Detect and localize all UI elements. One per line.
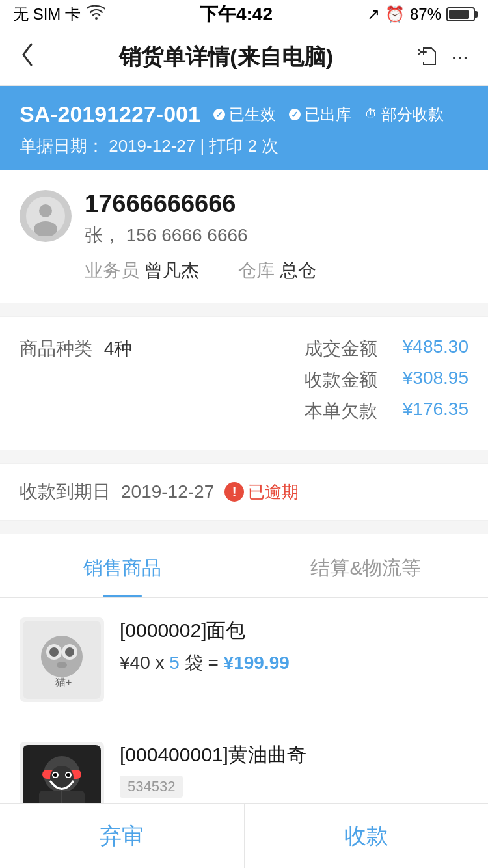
received-label: 收款金额 bbox=[305, 368, 377, 392]
warehouse-name: 总仓 bbox=[280, 260, 316, 280]
svg-point-18 bbox=[66, 773, 70, 777]
deal-amount-value: ¥485.30 bbox=[390, 336, 468, 361]
overdue-badge: ! 已逾期 bbox=[224, 481, 299, 504]
type-label: 商品种类 bbox=[20, 338, 92, 359]
owed-amount-row: 本单欠款 ¥176.35 bbox=[305, 399, 468, 424]
carrier-text: 无 SIM 卡 bbox=[13, 4, 81, 25]
order-header: SA-20191227-001 ✓ 已生效 ✓ 已出库 ⏱ 部分收款 单据日期：… bbox=[0, 86, 488, 170]
nav-left bbox=[20, 42, 35, 73]
collect-payment-button[interactable]: 收款 bbox=[245, 804, 489, 868]
bottom-bar: 弃审 收款 bbox=[0, 803, 488, 868]
badge-shipped-label: 已出库 bbox=[305, 104, 351, 125]
svg-point-9 bbox=[57, 662, 67, 668]
due-section: 收款到期日 2019-12-27 ! 已逾期 bbox=[0, 463, 488, 521]
battery-icon bbox=[446, 7, 475, 21]
tab-products-label: 销售商品 bbox=[83, 557, 161, 578]
product-type-info: 商品种类 4种 bbox=[20, 336, 132, 361]
sales-label: 业务员 bbox=[85, 260, 139, 280]
svg-point-8 bbox=[65, 647, 74, 657]
order-id: SA-20191227-001 bbox=[20, 102, 200, 127]
svg-point-7 bbox=[49, 647, 59, 657]
owed-value: ¥176.35 bbox=[390, 399, 468, 424]
price-x-1: x bbox=[156, 653, 170, 673]
summary-section: 商品种类 4种 成交金额 ¥485.30 收款金额 ¥308.95 本单欠款 ¥… bbox=[0, 316, 488, 450]
print-count: 2 bbox=[248, 136, 257, 156]
product-info-1: [0000002]面包 ¥40 x 5 袋 = ¥199.99 bbox=[120, 617, 468, 675]
product-price-1: ¥40 x 5 袋 = ¥199.99 bbox=[120, 651, 468, 675]
customer-name-text: 张 bbox=[85, 225, 103, 245]
clock-icon: ⏱ bbox=[364, 107, 377, 122]
abandon-review-button[interactable]: 弃审 bbox=[0, 804, 245, 868]
customer-section: 17666666666 张， 156 6666 6666 业务员 曾凡杰 仓库 … bbox=[0, 170, 488, 303]
tabs-row: 销售商品 结算&物流等 bbox=[0, 534, 488, 598]
tabs-section: 销售商品 结算&物流等 猫+ bbox=[0, 534, 488, 849]
tab-settlement-label: 结算&物流等 bbox=[310, 557, 421, 578]
badge-partial-label: 部分收款 bbox=[381, 104, 444, 125]
date-label: 单据日期： bbox=[20, 136, 104, 156]
price-value-1: ¥40 bbox=[120, 653, 150, 673]
nav-right: ··· bbox=[417, 44, 468, 70]
nav-bar: 销货单详情(来自电脑) ··· bbox=[0, 29, 488, 86]
svg-text:猫+: 猫+ bbox=[55, 677, 72, 688]
customer-phone-text: 156 6666 6666 bbox=[126, 225, 248, 245]
print-unit: 次 bbox=[262, 136, 278, 156]
product-item: 猫+ [0000002]面包 ¥40 x 5 袋 = ¥199.99 bbox=[0, 598, 488, 722]
order-id-row: SA-20191227-001 ✓ 已生效 ✓ 已出库 ⏱ 部分收款 bbox=[20, 102, 468, 127]
print-separator: | 打印 bbox=[200, 136, 247, 156]
battery-percent: 87% bbox=[410, 5, 441, 23]
tab-settlement[interactable]: 结算&物流等 bbox=[244, 534, 488, 597]
svg-point-4 bbox=[41, 636, 83, 677]
status-carrier: 无 SIM 卡 bbox=[13, 4, 105, 25]
tab-products[interactable]: 销售商品 bbox=[0, 534, 244, 597]
product-sku-2: 534532 bbox=[120, 776, 183, 798]
deal-amount-row: 成交金额 ¥485.30 bbox=[305, 336, 468, 361]
customer-info: 17666666666 张， 156 6666 6666 业务员 曾凡杰 仓库 … bbox=[85, 190, 468, 283]
customer-phone: 张， 156 6666 6666 bbox=[85, 223, 468, 248]
product-thumbnail-1: 猫+ bbox=[20, 617, 104, 702]
order-date-row: 单据日期： 2019-12-27 | 打印 2 次 bbox=[20, 135, 468, 157]
customer-avatar bbox=[20, 190, 72, 242]
status-right: ↗ ⏰ 87% bbox=[367, 5, 475, 23]
equals-1: = bbox=[208, 653, 223, 673]
location-icon: ↗ bbox=[367, 5, 380, 23]
share-button[interactable] bbox=[417, 44, 438, 70]
qty-value-1: 5 bbox=[169, 653, 180, 673]
check-icon-2: ✓ bbox=[289, 109, 301, 120]
product-name-1: [0000002]面包 bbox=[120, 617, 468, 644]
total-1: ¥199.99 bbox=[224, 653, 290, 673]
sales-name: 曾凡杰 bbox=[144, 260, 199, 280]
badge-effective: ✓ 已生效 bbox=[213, 104, 276, 125]
owed-label: 本单欠款 bbox=[305, 399, 377, 424]
overdue-icon: ! bbox=[224, 482, 244, 502]
customer-id: 17666666666 bbox=[85, 190, 468, 218]
type-count: 4种 bbox=[104, 338, 133, 359]
status-time: 下午4:42 bbox=[200, 2, 273, 27]
warehouse-info: 仓库 总仓 bbox=[238, 258, 316, 283]
check-icon-1: ✓ bbox=[213, 109, 225, 120]
due-label: 收款到期日 bbox=[20, 480, 111, 504]
received-amount-row: 收款金额 ¥308.95 bbox=[305, 368, 468, 392]
amounts-info: 成交金额 ¥485.30 收款金额 ¥308.95 本单欠款 ¥176.35 bbox=[305, 336, 468, 430]
received-value: ¥308.95 bbox=[390, 368, 468, 392]
order-date: 2019-12-27 bbox=[109, 136, 195, 156]
status-bar: 无 SIM 卡 下午4:42 ↗ ⏰ 87% bbox=[0, 0, 488, 29]
nav-title: 销货单详情(来自电脑) bbox=[119, 42, 333, 72]
unit-1: 袋 bbox=[185, 653, 203, 673]
sales-info: 业务员 曾凡杰 bbox=[85, 258, 199, 283]
overdue-text: 已逾期 bbox=[248, 481, 299, 504]
wifi-icon bbox=[87, 5, 105, 23]
svg-point-1 bbox=[39, 204, 52, 217]
deal-amount-label: 成交金额 bbox=[305, 336, 377, 361]
badge-shipped: ✓ 已出库 bbox=[289, 104, 351, 125]
customer-meta: 业务员 曾凡杰 仓库 总仓 bbox=[85, 258, 468, 283]
svg-point-17 bbox=[53, 773, 57, 777]
product-name-2: [000400001]黄油曲奇 bbox=[120, 742, 468, 768]
summary-row: 商品种类 4种 成交金额 ¥485.30 收款金额 ¥308.95 本单欠款 ¥… bbox=[20, 336, 468, 430]
warehouse-label: 仓库 bbox=[238, 260, 275, 280]
alarm-icon: ⏰ bbox=[385, 5, 405, 23]
badge-effective-label: 已生效 bbox=[229, 104, 276, 125]
due-date: 2019-12-27 bbox=[121, 481, 214, 502]
badge-partial: ⏱ 部分收款 bbox=[364, 104, 444, 125]
more-button[interactable]: ··· bbox=[451, 45, 468, 69]
back-button[interactable] bbox=[20, 42, 35, 73]
